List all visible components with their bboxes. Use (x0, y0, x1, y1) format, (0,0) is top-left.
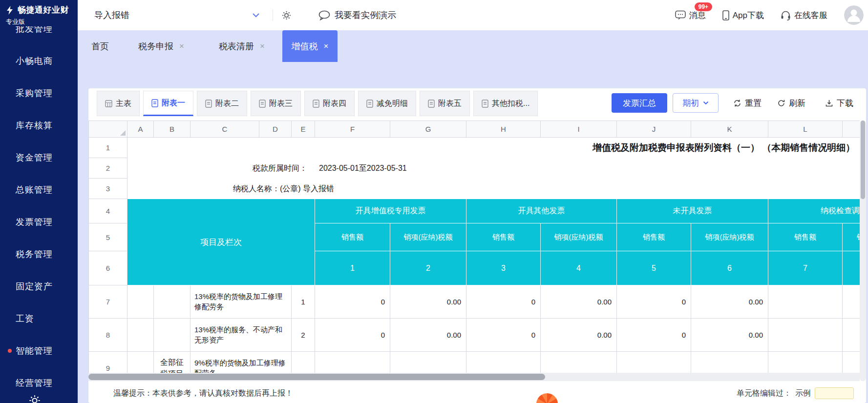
cell-value[interactable]: 0.00 (541, 285, 617, 319)
row-header[interactable]: 8 (89, 319, 127, 352)
cell-value[interactable]: 0 (466, 285, 541, 319)
column-header[interactable]: E (292, 121, 315, 138)
sidebar-item-purchase[interactable]: 采购管理 (0, 77, 78, 109)
header-col-number[interactable]: 8 (843, 251, 860, 285)
cell[interactable] (154, 319, 191, 352)
cell-row-group[interactable]: 全部征税项目 (154, 352, 191, 373)
cell-value[interactable] (315, 352, 390, 373)
cell-item-name[interactable]: 9%税率的货物及加工修理修配劳务 (191, 352, 292, 373)
close-icon[interactable]: × (324, 41, 329, 51)
header-col-number[interactable]: 5 (617, 251, 691, 285)
sidebar-item-invoice[interactable]: 发票管理 (0, 206, 78, 238)
sheet-tab-main[interactable]: 主表 (97, 91, 140, 116)
cell-line-number[interactable]: 2 (292, 319, 315, 352)
row-header[interactable]: 6 (89, 251, 127, 285)
refresh-button[interactable]: 刷新 (777, 93, 805, 113)
header-col-number[interactable]: 6 (691, 251, 768, 285)
sidebar-item-smart-management[interactable]: 智能管理 (0, 335, 78, 367)
select-all-corner[interactable] (89, 121, 127, 138)
cell[interactable] (127, 285, 154, 319)
header-col-number[interactable]: 1 (315, 251, 390, 285)
column-header[interactable]: G (390, 121, 466, 138)
cell-value[interactable]: 0 (466, 319, 541, 352)
vertical-scrollbar[interactable] (860, 121, 866, 381)
cell-value[interactable]: 0 (617, 285, 691, 319)
column-header[interactable]: A (127, 121, 154, 138)
cell[interactable] (154, 285, 191, 319)
tab-tax-register[interactable]: 税表清册× (219, 30, 265, 62)
vertical-scrollbar-thumb[interactable] (861, 121, 865, 199)
reset-button[interactable]: 重置 (733, 93, 762, 113)
cell-taxpayer-name[interactable]: 纳税人名称：(公章) 导入报错 (127, 179, 860, 199)
row-header[interactable]: 1 (89, 138, 127, 158)
sheet-tab-reduction-detail[interactable]: 减免明细 (358, 91, 416, 116)
sidebar-item-funds[interactable]: 资金管理 (0, 141, 78, 174)
sidebar-item-fixed-assets[interactable]: 固定资产 (0, 270, 78, 302)
cell-value[interactable]: 0 (617, 319, 691, 352)
cell[interactable] (768, 352, 843, 373)
cell-value[interactable]: 0 (315, 285, 390, 319)
header-col-number[interactable]: 3 (466, 251, 541, 285)
header-sub-output-tax[interactable]: 销项(应纳)税额 (843, 223, 860, 251)
sidebar-item-inventory[interactable]: 库存核算 (0, 109, 78, 141)
cell-line-number[interactable] (292, 352, 315, 373)
cell-report-title[interactable]: 增值税及附加税费申报表附列资料（一） （本期销售情况明细） (127, 138, 860, 158)
column-header[interactable]: C (191, 121, 259, 138)
header-group-special-invoice[interactable]: 开具增值税专用发票 (315, 199, 466, 223)
header-group-other-invoice[interactable]: 开具其他发票 (466, 199, 617, 223)
tab-vat-active[interactable]: 增值税× (282, 30, 338, 62)
row-header[interactable]: 7 (89, 285, 127, 319)
header-sub-output-tax[interactable]: 销项(应纳)税额 (541, 223, 617, 251)
sidebar-item-ledger[interactable]: 总账管理 (0, 174, 78, 206)
avatar[interactable] (844, 5, 864, 25)
cell-value[interactable] (541, 352, 617, 373)
column-header[interactable]: L (768, 121, 843, 138)
cell-value[interactable]: 0.00 (541, 319, 617, 352)
column-header[interactable]: K (691, 121, 768, 138)
cell[interactable] (768, 319, 843, 352)
tab-tax-filing[interactable]: 税务申报× (138, 30, 184, 62)
app-download-button[interactable]: App下载 (722, 0, 764, 30)
invoice-summary-button[interactable]: 发票汇总 (612, 93, 667, 113)
sidebar-item-ecommerce[interactable]: 小畅电商 (0, 45, 78, 77)
sheet-tab-appendix5[interactable]: 附表五 (420, 91, 470, 116)
demo-link[interactable]: 我要看实例演示 (318, 0, 396, 30)
row-header[interactable]: 4 (89, 199, 127, 223)
header-sub-output-tax[interactable]: 销项(应纳)税额 (691, 223, 768, 251)
chevron-down-icon[interactable] (252, 13, 260, 18)
messages-button[interactable]: 99+ 消息 (675, 0, 706, 30)
sheet-tab-appendix3[interactable]: 附表三 (251, 91, 301, 116)
cell[interactable] (768, 285, 843, 319)
cell[interactable] (127, 352, 154, 373)
column-header[interactable]: I (541, 121, 617, 138)
column-header[interactable]: J (617, 121, 691, 138)
header-item-column[interactable]: 项目及栏次 (127, 199, 315, 285)
sheet-tab-appendix1[interactable]: 附表一 (143, 91, 193, 116)
header-sub-sales[interactable]: 销售额 (466, 223, 541, 251)
cell-value[interactable] (390, 352, 466, 373)
column-header[interactable]: D (259, 121, 292, 138)
column-header[interactable]: M (843, 121, 860, 138)
header-sub-sales[interactable]: 销售额 (768, 223, 843, 251)
sheet-tab-appendix2[interactable]: 附表二 (197, 91, 247, 116)
cell-value[interactable]: 0.00 (390, 285, 466, 319)
column-header[interactable]: H (466, 121, 541, 138)
cell[interactable] (843, 352, 860, 373)
header-sub-sales[interactable]: 销售额 (315, 223, 390, 251)
header-col-number[interactable]: 4 (541, 251, 617, 285)
cell-value[interactable] (466, 352, 541, 373)
cell-value[interactable]: 0.00 (691, 319, 768, 352)
header-group-no-invoice[interactable]: 未开具发票 (617, 199, 768, 223)
download-button[interactable]: 下载 (825, 93, 853, 113)
sheet-tab-other-deduction[interactable]: 其他扣税... (473, 91, 538, 116)
cell-value[interactable]: 0 (315, 319, 390, 352)
row-header[interactable]: 2 (89, 158, 127, 179)
column-header[interactable]: B (154, 121, 191, 138)
cell[interactable] (127, 319, 154, 352)
cell-value[interactable]: 0.00 (390, 319, 466, 352)
settings-gear-icon[interactable] (281, 10, 292, 20)
header-group-tax-inspection[interactable]: 纳税检查调整 (768, 199, 860, 223)
sidebar-settings-icon[interactable] (28, 394, 41, 403)
close-icon[interactable]: × (179, 41, 184, 51)
opening-period-button[interactable]: 期初 (673, 93, 719, 113)
